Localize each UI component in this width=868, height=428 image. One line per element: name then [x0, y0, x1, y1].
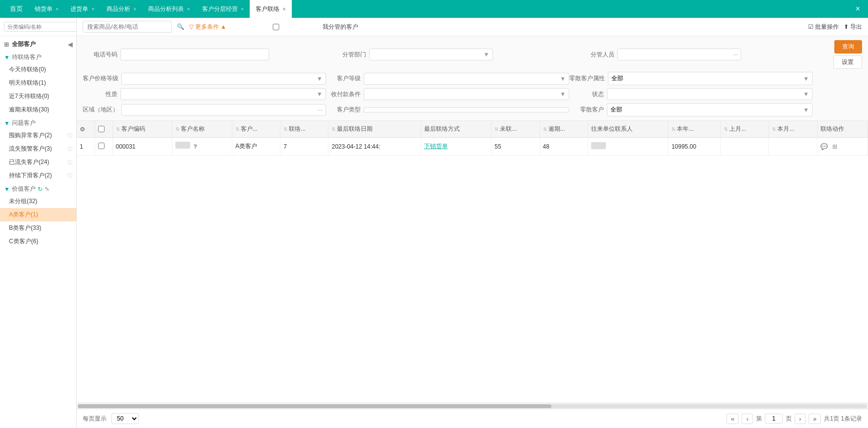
manager-select[interactable]: ···	[617, 49, 741, 60]
filter-icon: ▽	[189, 23, 194, 30]
customer-table: ⚙ ⇅ 客户编码 ⇅	[77, 121, 868, 156]
settings-column-header[interactable]: ⚙	[77, 121, 95, 138]
last-method-column-header[interactable]: 最后联络方式	[421, 121, 491, 138]
nature-label: 性质	[83, 90, 117, 99]
dept-arrow-icon: ▼	[484, 51, 489, 58]
region-select[interactable]: ···	[121, 104, 326, 116]
status-select[interactable]: ▼	[607, 88, 813, 100]
sidebar-item-ungrouped[interactable]: 未分组(32)	[0, 195, 76, 208]
close-sales-tab[interactable]: ×	[55, 6, 58, 12]
name-column-header[interactable]: ⇅ 客户名称	[172, 121, 232, 138]
grid-action-icon[interactable]: ⊞	[832, 143, 837, 150]
phone-input[interactable]	[120, 49, 269, 60]
settings-button[interactable]: 设置	[833, 55, 862, 69]
last-page-button[interactable]: »	[809, 414, 821, 424]
last-date-column-header[interactable]: ⇅ 最后联络日期	[328, 121, 421, 138]
overdue-column-header[interactable]: ⇅ 逾期...	[540, 121, 588, 138]
more-filters-button[interactable]: ▽ 更多条件 ▲	[189, 23, 226, 31]
type-sort-icon: ⇅	[235, 126, 239, 132]
payment-cell: 收付款条件 ▼	[326, 88, 569, 100]
problem-customers-group[interactable]: ▼ 问题客户	[0, 116, 76, 129]
sidebar-item-overdue[interactable]: 逾期未联络(30)	[0, 103, 76, 116]
prev-page-button[interactable]: ‹	[742, 414, 753, 424]
row-checkbox-cell[interactable]	[95, 138, 112, 156]
sidebar-item-tomorrow[interactable]: 明天待联络(1)	[0, 76, 76, 90]
nature-cell: 性质 ▼	[83, 88, 326, 100]
payment-select[interactable]: ▼	[364, 88, 569, 100]
row-checkbox[interactable]	[98, 143, 105, 149]
last-month-column-header[interactable]: ⇅ 上月...	[721, 121, 769, 138]
nav-product-list[interactable]: 商品分析列表 ×	[142, 0, 196, 18]
sidebar-item-class-a[interactable]: A类客户(1)	[0, 208, 76, 221]
this-month-column-header[interactable]: ⇅ 本月...	[769, 121, 817, 138]
first-page-button[interactable]: «	[726, 414, 739, 424]
nav-customer-segment[interactable]: 客户分层经营 ×	[196, 0, 250, 18]
region-label: 区域（地区）	[83, 106, 118, 114]
sidebar-item-churn-warning[interactable]: 流失预警客户(3) ⓘ	[0, 142, 76, 156]
sidebar-item-class-c[interactable]: C类客户(6)	[0, 235, 76, 248]
price-level-select[interactable]: ▼	[121, 73, 326, 85]
this-month-sort-icon: ⇅	[772, 126, 776, 132]
page-number-input[interactable]	[765, 414, 783, 424]
search-icon[interactable]: 🔍	[177, 23, 184, 30]
edit-icon[interactable]: ✎	[45, 186, 50, 193]
my-customers-checkbox[interactable]	[231, 24, 321, 30]
select-all-checkbox[interactable]	[98, 126, 105, 132]
close-customer-contact-tab[interactable]: ×	[282, 6, 285, 12]
retail-customer-select[interactable]: 全部 ▼	[607, 103, 813, 116]
nav-purchase[interactable]: 进货单 ×	[64, 0, 100, 18]
nav-customer-contact[interactable]: 客户联络 ×	[250, 0, 291, 18]
all-customers-header[interactable]: ⊞ 全部客户 ◀	[0, 36, 76, 51]
close-product-list-tab[interactable]: ×	[187, 6, 190, 12]
search-input[interactable]	[83, 21, 172, 33]
contact-count-column-header[interactable]: ⇅ 联络...	[280, 121, 328, 138]
nav-home[interactable]: 首页	[4, 0, 29, 18]
filter-row-3: 性质 ▼ 收付款条件 ▼ 状态	[83, 88, 862, 100]
help-icon-abnormal: ⓘ	[67, 132, 72, 139]
not-contact-column-header[interactable]: ⇅ 未联...	[491, 121, 540, 138]
sidebar-item-churned[interactable]: 已流失客户(24) ⓘ	[0, 156, 76, 169]
chat-action-icon[interactable]: 💬	[820, 143, 828, 150]
customer-type-label: 客户类型	[326, 106, 361, 114]
next-page-button[interactable]: ›	[795, 414, 806, 424]
code-sort-icon: ⇅	[116, 126, 120, 132]
code-column-header[interactable]: ⇅ 客户编码	[112, 121, 172, 138]
nav-product-analysis[interactable]: 商品分析 ×	[101, 0, 142, 18]
sidebar-item-abnormal[interactable]: 囤购异常客户(2) ⓘ	[0, 129, 76, 142]
query-button[interactable]: 查询	[834, 40, 862, 54]
dept-select[interactable]: ▼	[369, 49, 493, 60]
value-customers-group[interactable]: ▼ 价值客户 ↻ ✎	[0, 182, 76, 195]
row-index: 1	[77, 138, 95, 156]
refresh-icon[interactable]: ↻	[38, 186, 43, 193]
sidebar-item-today[interactable]: 今天待联络(0)	[0, 63, 76, 76]
scrollbar-thumb[interactable]	[78, 404, 551, 408]
last-month-amount-cell	[721, 138, 769, 156]
export-button[interactable]: ⬆ 导出	[844, 23, 862, 31]
close-product-analysis-tab[interactable]: ×	[133, 6, 136, 12]
retail-attr-select[interactable]: 全部 ▼	[608, 72, 813, 85]
customer-level-select[interactable]: ▼	[364, 73, 569, 85]
total-info: 共1页 1条记录	[824, 415, 862, 423]
my-customers-checkbox-label[interactable]: 我分管的客户	[231, 23, 358, 31]
this-year-column-header[interactable]: ⇅ 本年...	[668, 121, 721, 138]
pending-contact-group[interactable]: ▼ 待联络客户	[0, 51, 76, 63]
checkbox-column-header[interactable]	[95, 121, 112, 138]
batch-operation-button[interactable]: ☑ 批量操作	[808, 23, 839, 31]
customer-level-arrow: ▼	[560, 75, 566, 82]
per-page-select[interactable]: 50 100 200	[111, 413, 139, 424]
last-contact-method-cell[interactable]: 下销货单	[421, 138, 491, 156]
category-search-input[interactable]	[4, 22, 77, 32]
last-method-link[interactable]: 下销货单	[424, 143, 448, 150]
sidebar-item-declining[interactable]: 持续下滑客户(2) ⓘ	[0, 169, 76, 182]
nature-select[interactable]: ▼	[120, 88, 326, 100]
close-all-button[interactable]: ×	[852, 4, 864, 13]
customer-type-select[interactable]	[364, 107, 569, 112]
related-contact-column-header[interactable]: 往来单位联系人	[588, 121, 668, 138]
type-column-header[interactable]: ⇅ 客户...	[232, 121, 280, 138]
nav-sales[interactable]: 销货单 ×	[29, 0, 64, 18]
sidebar-item-class-b[interactable]: B类客户(33)	[0, 221, 76, 235]
horizontal-scrollbar[interactable]	[77, 403, 868, 409]
sidebar-item-7days[interactable]: 近7天待联络(0)	[0, 90, 76, 103]
close-customer-segment-tab[interactable]: ×	[241, 6, 244, 12]
close-purchase-tab[interactable]: ×	[91, 6, 94, 12]
